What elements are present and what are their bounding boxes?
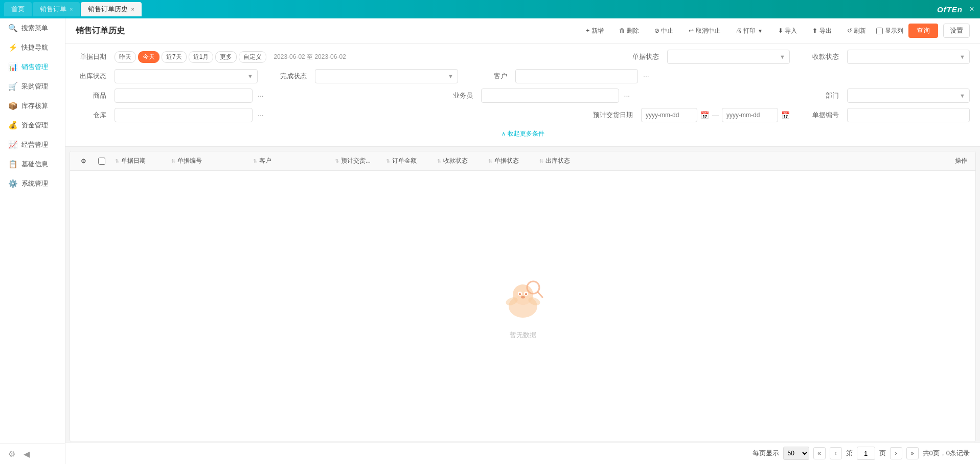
th-customer[interactable]: ⇅ 客户 — [249, 157, 331, 165]
salesperson-input[interactable] — [481, 89, 619, 103]
sidebar-label-sys-mgmt: 系统管理 — [21, 179, 48, 188]
print-btn[interactable]: 🖨 打印 ▼ — [731, 25, 768, 37]
date-btn-yesterday[interactable]: 昨天 — [115, 51, 136, 63]
sidebar-item-sales-mgmt[interactable]: 📊 销售管理 — [0, 57, 65, 77]
brand-label: OfTEn — [937, 5, 963, 14]
doc-no-input[interactable] — [847, 108, 970, 122]
svg-point-6 — [521, 296, 525, 298]
new-btn-label: + 新增 — [586, 27, 603, 35]
customer-input[interactable] — [515, 69, 638, 83]
date-btn-7days[interactable]: 近7天 — [162, 51, 187, 63]
new-btn[interactable]: + 新增 — [581, 25, 608, 37]
complete-status-select[interactable]: ▼ — [315, 69, 458, 83]
delivery-date-start[interactable] — [641, 108, 697, 122]
first-page-btn[interactable]: « — [813, 447, 826, 459]
goods-dots[interactable]: ··· — [258, 92, 264, 100]
print-chevron-icon: ▼ — [758, 28, 763, 34]
date-quick-btns: 昨天 今天 近7天 近1月 更多 自定义 2023-06-02 至 2023-0… — [115, 51, 610, 63]
display-cols-checkbox-label[interactable]: 显示列 — [876, 27, 903, 35]
import-btn[interactable]: ⬇ 导入 — [773, 25, 802, 37]
dept-select[interactable]: ▼ — [847, 89, 970, 103]
prev-page-btn[interactable]: ‹ — [830, 447, 842, 459]
delivery-date-end-icon[interactable]: 📅 — [781, 111, 790, 119]
out-status-select[interactable]: ▼ — [115, 69, 258, 83]
stop-btn-label: ⊘ 中止 — [654, 27, 673, 35]
last-page-btn[interactable]: » — [906, 447, 919, 459]
sidebar-item-basic-info[interactable]: 📋 基础信息 — [0, 154, 65, 174]
sidebar-label-purchase-mgmt: 采购管理 — [21, 82, 48, 91]
finance-icon: 💰 — [8, 121, 17, 130]
delete-btn[interactable]: 🗑 删除 — [614, 25, 644, 37]
setting-btn-label: 设置 — [950, 27, 963, 34]
warehouse-input[interactable] — [115, 108, 253, 122]
display-cols-checkbox[interactable] — [876, 28, 883, 34]
window-close-btn[interactable]: × — [968, 5, 976, 13]
th-out-status[interactable]: ⇅ 出库状态 — [535, 157, 586, 165]
delivery-date-label: 预计交货日期 — [593, 111, 633, 120]
collapse-btn[interactable]: ∧ 收起更多条件 — [502, 127, 544, 140]
delivery-date-end[interactable] — [722, 108, 778, 122]
sidebar-item-inventory[interactable]: 📦 库存核算 — [0, 96, 65, 116]
salesperson-dots[interactable]: ··· — [624, 92, 630, 100]
sidebar-collapse-icon[interactable]: ◀ — [24, 449, 30, 459]
sidebar-item-finance[interactable]: 💰 资金管理 — [0, 116, 65, 135]
setting-btn[interactable]: 设置 — [943, 24, 970, 38]
page-size-select[interactable]: 20 50 100 — [783, 447, 809, 460]
sidebar-item-operations[interactable]: 📈 经营管理 — [0, 135, 65, 154]
delivery-date-start-icon[interactable]: 📅 — [700, 111, 709, 119]
date-btn-1month[interactable]: 近1月 — [189, 51, 214, 63]
sidebar-settings-icon[interactable]: ⚙ — [8, 449, 15, 459]
date-btn-custom[interactable]: 自定义 — [239, 51, 266, 63]
customer-dots[interactable]: ··· — [643, 72, 649, 80]
refresh-btn-label: ↺ 刷新 — [847, 27, 866, 35]
date-btn-more[interactable]: 更多 — [215, 51, 237, 63]
date-btn-today[interactable]: 今天 — [138, 51, 159, 63]
filter-row-3: 商品 ··· 业务员 ··· 部门 ▼ — [76, 89, 970, 103]
receipt-status-select[interactable]: ▼ — [847, 50, 970, 64]
th-doc-date[interactable]: ⇅ 单据日期 — [111, 157, 167, 165]
th-delivery[interactable]: ⇅ 预计交货... — [331, 157, 382, 165]
receipt-status-chevron: ▼ — [960, 54, 965, 60]
salesperson-control: ··· — [481, 89, 790, 103]
filter-area: 单据日期 昨天 今天 近7天 近1月 更多 自定义 2023-06-02 至 2… — [65, 43, 980, 147]
sidebar-label-finance: 资金管理 — [21, 121, 48, 130]
th-gear[interactable]: ⚙ — [74, 158, 93, 165]
jump-word: 第 — [846, 449, 853, 458]
tab-sales-order-history-close[interactable]: × — [131, 6, 134, 12]
goods-input[interactable] — [115, 89, 253, 103]
sidebar-item-sys-mgmt[interactable]: ⚙️ 系统管理 — [0, 174, 65, 193]
date-range-text: 2023-06-02 至 2023-06-02 — [274, 53, 346, 60]
warehouse-dots[interactable]: ··· — [258, 111, 264, 119]
current-page-input[interactable] — [857, 447, 875, 460]
export-btn[interactable]: ⬆ 导出 — [807, 25, 836, 37]
th-amount[interactable]: ⇅ 订单金额 — [382, 157, 433, 165]
stop-btn[interactable]: ⊘ 中止 — [649, 25, 678, 37]
dept-chevron: ▼ — [960, 93, 965, 99]
sidebar-item-quick-nav[interactable]: ⚡ 快捷导航 — [0, 38, 65, 57]
sidebar-bottom: ⚙ ◀ — [0, 444, 65, 464]
cancel-stop-btn[interactable]: ↩ 取消中止 — [683, 25, 725, 37]
quick-nav-icon: ⚡ — [8, 43, 17, 52]
svg-point-5 — [525, 293, 527, 295]
th-doc-no[interactable]: ⇅ 单据编号 — [167, 157, 249, 165]
th-receipt-status[interactable]: ⇅ 收款状态 — [433, 157, 484, 165]
sort-icon-doc-no: ⇅ — [171, 158, 175, 164]
tab-sales-order-history[interactable]: 销售订单历史 × — [81, 2, 141, 16]
tab-sales-order-close[interactable]: × — [70, 6, 73, 12]
out-status-label: 出库状态 — [76, 72, 106, 81]
doc-status-select[interactable]: ▼ — [667, 50, 790, 64]
sidebar-item-purchase-mgmt[interactable]: 🛒 采购管理 — [0, 77, 65, 96]
th-checkbox[interactable] — [93, 158, 111, 165]
empty-illustration — [497, 273, 549, 324]
tab-home[interactable]: 首页 — [4, 2, 32, 16]
th-doc-status[interactable]: ⇅ 单据状态 — [484, 157, 535, 165]
select-all-checkbox[interactable] — [98, 158, 105, 165]
sort-icon-delivery: ⇅ — [335, 158, 339, 164]
th-action-label: 操作 — [955, 157, 967, 165]
tab-sales-order[interactable]: 销售订单 × — [33, 2, 80, 16]
sidebar-item-search-menu[interactable]: 🔍 搜索菜单 — [0, 18, 65, 38]
query-btn[interactable]: 查询 — [908, 24, 938, 38]
refresh-btn[interactable]: ↺ 刷新 — [842, 25, 871, 37]
sort-icon-left: ⇅ — [115, 158, 119, 164]
next-page-btn[interactable]: › — [890, 447, 902, 459]
